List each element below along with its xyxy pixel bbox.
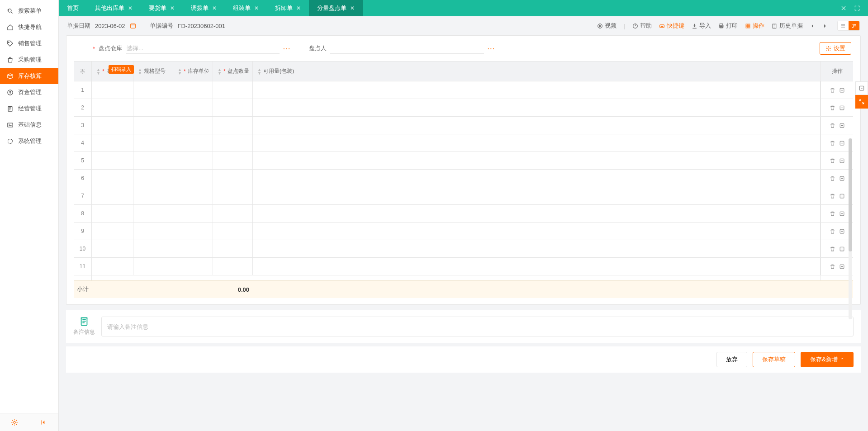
tab-label: 拆卸单 xyxy=(275,4,293,12)
add-row-icon[interactable] xyxy=(839,158,845,164)
table-row[interactable] xyxy=(92,187,821,205)
add-row-icon[interactable] xyxy=(839,87,845,93)
add-row-icon[interactable] xyxy=(839,228,845,234)
person-more-icon[interactable]: ··· xyxy=(488,45,495,52)
hotkey-link[interactable]: 快捷键 xyxy=(659,22,684,30)
table-row[interactable] xyxy=(92,258,821,275)
tab-request[interactable]: 要货单 ✕ xyxy=(141,0,183,16)
delete-row-icon[interactable] xyxy=(830,228,835,234)
delete-row-icon[interactable] xyxy=(830,175,835,181)
col-avail[interactable]: ▲▼ 可用量(包装) xyxy=(253,62,821,81)
tab-assemble[interactable]: 组装单 ✕ xyxy=(225,0,267,16)
import-link[interactable]: 导入 xyxy=(692,22,711,30)
sidebar-item-label: 搜索菜单 xyxy=(18,7,42,15)
gear-header-icon[interactable] xyxy=(74,62,91,81)
close-icon[interactable]: ✕ xyxy=(254,5,259,11)
next-page-icon[interactable] xyxy=(822,24,827,28)
sidebar-item-basic[interactable]: 基础信息 xyxy=(0,117,58,133)
history-link[interactable]: 历史单据 xyxy=(772,22,803,30)
scrollbar[interactable] xyxy=(849,138,852,319)
tab-other-out[interactable]: 其他出库单 ✕ xyxy=(87,0,141,16)
add-row-icon[interactable] xyxy=(839,105,845,111)
filter-card: * 盘点仓库 ··· 盘点人 ··· 设置 xyxy=(66,35,861,305)
table-row[interactable] xyxy=(92,152,821,170)
add-row-icon[interactable] xyxy=(839,123,845,128)
sidebar-item-finance[interactable]: 资金管理 xyxy=(0,84,58,100)
tab-label: 分量盘点单 xyxy=(317,4,346,12)
table-row[interactable] xyxy=(92,117,821,134)
warehouse-input[interactable] xyxy=(126,43,280,54)
fullscreen-icon[interactable] xyxy=(851,2,863,14)
close-icon[interactable]: ✕ xyxy=(212,5,217,11)
table-row[interactable] xyxy=(92,99,821,117)
sidebar-item-sales[interactable]: 销售管理 xyxy=(0,35,58,52)
sidebar-item-inventory[interactable]: 库存核算 xyxy=(0,68,58,84)
close-icon[interactable]: ✕ xyxy=(128,5,133,11)
delete-row-icon[interactable] xyxy=(830,193,835,199)
close-all-icon[interactable] xyxy=(837,2,850,14)
delete-row-icon[interactable] xyxy=(830,211,835,217)
float-expand-icon[interactable] xyxy=(855,95,868,109)
add-row-icon[interactable] xyxy=(839,140,845,146)
tab-partial-count[interactable]: 分量盘点单 ✕ xyxy=(309,0,363,16)
col-unit[interactable]: ▲▼ *库存单位 xyxy=(173,62,213,81)
add-row-icon[interactable] xyxy=(839,193,845,199)
close-icon[interactable]: ✕ xyxy=(296,5,301,11)
delete-row-icon[interactable] xyxy=(830,264,835,270)
sidebar-item-quicknav[interactable]: 快捷导航 xyxy=(0,19,58,35)
form-header: 单据日期 2023-06-02 单据编号 FD-20230602-001 视频 … xyxy=(59,16,868,35)
col-spec[interactable]: ▲▼ 规格型号 xyxy=(133,62,173,81)
delete-row-icon[interactable] xyxy=(830,105,835,111)
sidebar-item-operation[interactable]: 经营管理 xyxy=(0,100,58,117)
save-draft-button[interactable]: 保存草稿 xyxy=(753,352,795,367)
table-row[interactable] xyxy=(92,223,821,240)
card-view-icon[interactable] xyxy=(849,21,859,30)
add-row-icon[interactable] xyxy=(839,264,845,270)
delete-row-icon[interactable] xyxy=(830,140,835,146)
close-icon[interactable]: ✕ xyxy=(170,5,175,11)
floating-tools xyxy=(855,81,868,109)
save-new-button[interactable]: 保存&新增 ⌃ xyxy=(801,352,854,367)
table-row[interactable] xyxy=(92,240,821,258)
sidebar-item-system[interactable]: 系统管理 xyxy=(0,133,58,149)
calendar-icon[interactable] xyxy=(130,23,136,29)
prev-page-icon[interactable] xyxy=(810,24,815,28)
date-value[interactable]: 2023-06-02 xyxy=(95,23,125,29)
col-product[interactable]: ▲▼ *商品 扫码录入 xyxy=(92,62,133,81)
close-icon[interactable]: ✕ xyxy=(350,5,355,11)
print-link[interactable]: 打印 xyxy=(718,22,738,30)
discard-button[interactable]: 放弃 xyxy=(716,352,747,367)
warehouse-more-icon[interactable]: ··· xyxy=(283,45,291,52)
sidebar-item-search[interactable]: 搜索菜单 xyxy=(0,3,58,19)
add-row-icon[interactable] xyxy=(839,175,845,181)
sidebar-footer xyxy=(0,413,58,431)
scan-tag[interactable]: 扫码录入 xyxy=(109,65,134,74)
list-view-icon[interactable] xyxy=(838,21,849,30)
delete-row-icon[interactable] xyxy=(830,246,835,252)
remark-input[interactable] xyxy=(101,317,854,336)
sidebar-item-purchase[interactable]: 采购管理 xyxy=(0,52,58,68)
table-row[interactable] xyxy=(92,205,821,223)
tab-transfer[interactable]: 调拨单 ✕ xyxy=(183,0,225,16)
delete-row-icon[interactable] xyxy=(830,158,835,164)
person-input[interactable] xyxy=(330,43,484,54)
add-row-icon[interactable] xyxy=(839,246,845,252)
delete-row-icon[interactable] xyxy=(830,123,835,128)
table-row[interactable] xyxy=(92,170,821,187)
table-row[interactable] xyxy=(92,134,821,152)
settings-icon[interactable] xyxy=(11,419,18,426)
settings-button[interactable]: 设置 xyxy=(820,42,851,55)
tab-home[interactable]: 首页 xyxy=(59,0,87,16)
col-qty[interactable]: ▲▼ *盘点数量 xyxy=(213,62,253,81)
rownum-cell: 11 xyxy=(74,258,91,275)
svg-rect-16 xyxy=(748,24,750,26)
table-row[interactable] xyxy=(92,81,821,99)
video-link[interactable]: 视频 xyxy=(597,22,617,30)
help-link[interactable]: 帮助 xyxy=(632,22,652,30)
float-edit-icon[interactable] xyxy=(855,81,868,95)
collapse-icon[interactable] xyxy=(40,419,47,426)
add-row-icon[interactable] xyxy=(839,211,845,217)
delete-row-icon[interactable] xyxy=(830,87,835,93)
operate-link[interactable]: 操作 xyxy=(745,22,764,30)
tab-disassemble[interactable]: 拆卸单 ✕ xyxy=(267,0,309,16)
